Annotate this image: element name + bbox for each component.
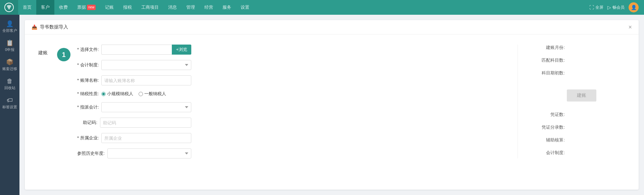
sidebar-item-zero-declare[interactable]: 📋 0申报 [1, 37, 19, 55]
company-input[interactable] [101, 133, 191, 143]
memo-input[interactable] [100, 118, 191, 128]
step-badge: 1 [57, 48, 70, 61]
migrate-icon: 📦 [6, 59, 13, 65]
account-name-input[interactable] [101, 75, 191, 85]
history-year-select[interactable] [107, 148, 191, 158]
form-fields: * 选择文件: +浏览 * 会计制度: [77, 45, 191, 158]
initial-subjects-label: 科目期初数: [538, 70, 565, 76]
aux-accounting-row: 辅助核算: [538, 137, 625, 143]
nav-business[interactable]: 工商项目 [137, 0, 163, 15]
accounting-system-label: 会计制度: [538, 150, 565, 156]
nav-bookkeeping[interactable]: 记账 [100, 0, 118, 15]
tag-icon: 🏷 [7, 97, 13, 103]
avatar[interactable]: 👤 [629, 2, 639, 12]
match-subjects-label: 匹配科目数: [538, 57, 565, 63]
form-area: 建账 1 * 选择文件: +浏览 * 会计 [25, 35, 639, 169]
assign-accountant-select[interactable] [101, 102, 191, 112]
assign-accountant-label: * 指派会计: [77, 104, 99, 110]
sidebar-item-all-customers[interactable]: 👤 全部客户 [1, 18, 19, 36]
voucher-entries-label: 凭证分录数: [538, 124, 565, 130]
panel-title: 📥 导爷数据导入 [32, 24, 68, 30]
account-system-label: * 会计制度: [77, 62, 99, 68]
build-account-button[interactable]: 建账 [567, 89, 596, 102]
trash-icon: 🗑 [7, 78, 13, 84]
close-button[interactable]: × [628, 24, 632, 30]
history-year-row: 参照历史年度: [77, 148, 191, 158]
vip-btn[interactable]: ▷ 畅会员 [607, 5, 625, 10]
account-name-row: * 账簿名称: [77, 75, 191, 85]
import-panel: 📥 导爷数据导入 × 建账 1 * 选择文件: [25, 20, 639, 190]
nav-home[interactable]: 首页 [18, 0, 36, 15]
vertical-divider [517, 45, 518, 158]
step-label: 建账 [38, 50, 48, 56]
account-system-row: * 会计制度: [77, 60, 191, 70]
import-icon: 📥 [32, 24, 37, 30]
tax-type-row: * 纳税性质: 小规模纳税人 一般纳税人 [77, 91, 191, 97]
company-label: * 所属企业: [77, 135, 99, 141]
main-layout: 👤 全部客户 📋 0申报 📦 账套迁移 🗑 回收站 🏷 标签设置 📥 导爷数据导… [0, 15, 644, 195]
new-badge: new [87, 5, 96, 10]
history-year-label: 参照历史年度: [77, 150, 105, 156]
nav-items: 首页 客户 收费 票据 new 记账 报税 工商项目 消息 管理 经营 [18, 0, 589, 15]
content-area: 📥 导爷数据导入 × 建账 1 * 选择文件: [19, 15, 644, 195]
panel-header: 📥 导爷数据导入 × [25, 20, 639, 35]
nav-operations[interactable]: 经营 [200, 0, 218, 15]
sidebar-item-migrate[interactable]: 📦 账套迁移 [1, 56, 19, 74]
file-input-group: +浏览 [101, 45, 191, 55]
file-label: * 选择文件: [77, 47, 99, 53]
company-row: * 所属企业: [77, 133, 191, 143]
tax-type-label: * 纳税性质: [77, 91, 99, 97]
account-system-select[interactable] [101, 60, 191, 70]
match-subjects-row: 匹配科目数: [538, 57, 625, 63]
app-logo [0, 0, 18, 15]
sidebar: 👤 全部客户 📋 0申报 📦 账套迁移 🗑 回收站 🏷 标签设置 [0, 15, 19, 195]
nav-messages[interactable]: 消息 [163, 0, 182, 15]
nav-right: ⛶ 全屏 ▷ 畅会员 👤 [589, 2, 644, 12]
fullscreen-btn[interactable]: ⛶ 全屏 [589, 5, 603, 10]
browse-button[interactable]: +浏览 [172, 45, 191, 55]
tax-small-radio[interactable]: 小规模纳税人 [101, 91, 133, 97]
memo-label: 助记码: [77, 120, 97, 126]
nav-manage[interactable]: 管理 [182, 0, 200, 15]
build-month-row: 建账月份: [538, 45, 625, 51]
tax-radio-group: 小规模纳税人 一般纳税人 [101, 91, 166, 97]
memo-row: 助记码: [77, 118, 191, 128]
account-name-label: * 账簿名称: [77, 77, 99, 83]
initial-subjects-row: 科目期初数: [538, 70, 625, 76]
right-info: 建账月份: 匹配科目数: 科目期初数: 建账 凭证 [525, 45, 625, 158]
nav-services[interactable]: 服务 [218, 0, 236, 15]
top-navigation: 首页 客户 收费 票据 new 记账 报税 工商项目 消息 管理 经营 [0, 0, 644, 15]
vouchers-label: 凭证数: [538, 112, 565, 118]
nav-settings[interactable]: 设置 [236, 0, 254, 15]
nav-customers[interactable]: 客户 [36, 0, 54, 15]
file-row: * 选择文件: +浏览 [77, 45, 191, 55]
users-icon: 👤 [6, 21, 13, 27]
voucher-entries-row: 凭证分录数: [538, 124, 625, 130]
assign-accountant-row: * 指派会计: [77, 102, 191, 112]
file-input[interactable] [101, 45, 172, 55]
build-month-label: 建账月份: [538, 45, 565, 51]
nav-invoice[interactable]: 票据 new [72, 0, 100, 15]
declare-icon: 📋 [6, 40, 13, 46]
accounting-system-row: 会计制度: [538, 150, 625, 156]
nav-billing[interactable]: 收费 [54, 0, 72, 15]
vouchers-row: 凭证数: [538, 112, 625, 118]
tax-general-radio[interactable]: 一般纳税人 [139, 91, 166, 97]
nav-tax[interactable]: 报税 [118, 0, 137, 15]
aux-accounting-label: 辅助核算: [538, 137, 565, 143]
sidebar-item-trash[interactable]: 🗑 回收站 [1, 75, 19, 93]
sidebar-item-tags[interactable]: 🏷 标签设置 [1, 94, 19, 112]
step-section: 建账 1 * 选择文件: +浏览 * 会计 [38, 45, 511, 158]
